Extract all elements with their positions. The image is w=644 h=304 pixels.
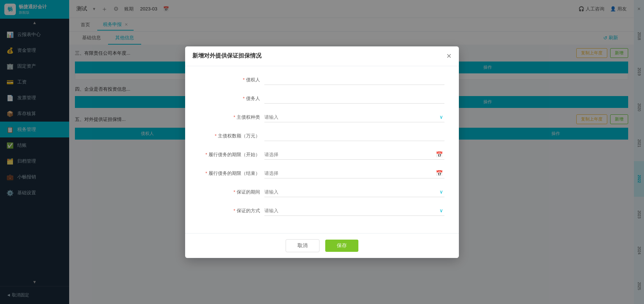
label-debtor: * 债务人 [200,95,264,102]
dialog-title: 新增对外提供保证担保情况 [192,52,261,60]
select-guarantee-method-wrap: ∨ [264,206,444,216]
cancel-button[interactable]: 取消 [286,239,319,252]
form-row-claim-amount: * 主债权数额（万元） [200,131,444,141]
input-creditor[interactable] [264,75,444,85]
guarantee-period-chevron-icon[interactable]: ∨ [439,189,444,195]
form-row-debtor: * 债务人 [200,94,444,104]
input-guarantee-method[interactable] [264,206,439,215]
form-row-creditor: * 债权人 [200,75,444,85]
save-button[interactable]: 保存 [325,240,358,252]
form-row-period-start: * 履行债务的期限（开始） 📅 [200,150,444,160]
label-period-end: * 履行债务的期限（结束） [200,170,264,177]
label-claim-amount: * 主债权数额（万元） [200,133,264,139]
label-creditor: * 债权人 [200,77,264,83]
date-period-end-wrap: 📅 [264,168,444,178]
label-period-start: * 履行债务的期限（开始） [200,151,264,158]
select-guarantee-period-wrap: ∨ [264,187,444,197]
label-guarantee-period: * 保证的期间 [200,189,264,195]
input-period-end[interactable] [264,168,436,178]
label-guarantee-method: * 保证的方式 [200,208,264,214]
form-row-period-end: * 履行债务的期限（结束） 📅 [200,168,444,178]
input-claim-amount[interactable] [264,131,444,141]
guarantee-method-chevron-icon[interactable]: ∨ [439,208,444,213]
form-row-guarantee-method: * 保证的方式 ∨ [200,206,444,216]
input-guarantee-period[interactable] [264,187,439,197]
form-row-claim-type: * 主债权种类 ∨ [200,112,444,122]
dialog: 新增对外提供保证担保情况 ✕ * 债权人 * 债务人 [185,46,459,258]
dialog-close-button[interactable]: ✕ [446,52,452,60]
date-period-start-wrap: 📅 [264,150,444,160]
dialog-body: * 债权人 * 债务人 * 主债权种类 [185,66,459,233]
input-debtor[interactable] [264,94,444,104]
modal-overlay: 新增对外提供保证担保情况 ✕ * 债权人 * 债务人 [0,0,644,304]
dialog-footer: 取消 保存 [185,233,459,258]
input-claim-type[interactable] [264,112,439,122]
input-period-start[interactable] [264,150,436,159]
select-claim-type-wrap: ∨ [264,112,444,122]
dialog-header: 新增对外提供保证担保情况 ✕ [185,46,459,66]
form-row-guarantee-period: * 保证的期间 ∨ [200,187,444,197]
calendar-end-icon[interactable]: 📅 [436,170,444,177]
claim-type-chevron-icon[interactable]: ∨ [439,114,444,120]
label-claim-type: * 主债权种类 [200,114,264,121]
calendar-start-icon[interactable]: 📅 [436,151,444,158]
